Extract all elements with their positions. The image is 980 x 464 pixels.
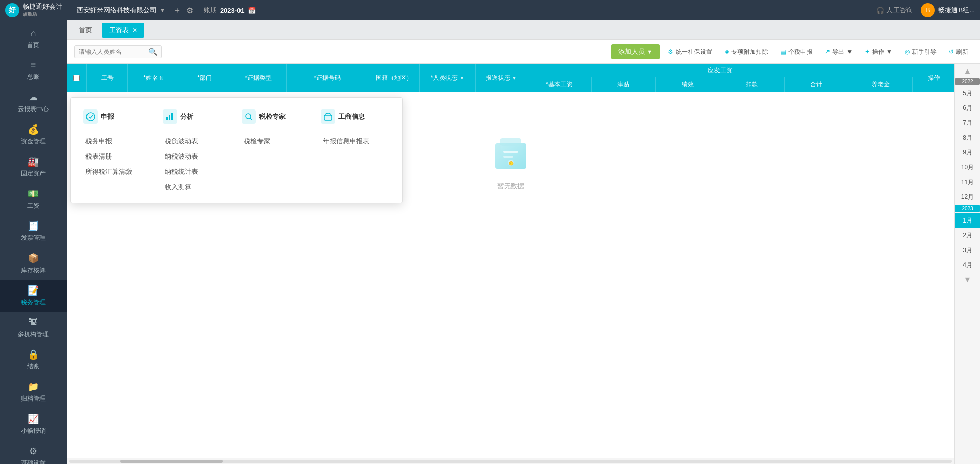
date-month-1[interactable]: 1月 (955, 213, 980, 228)
header-icons: ＋ ⚙ (173, 5, 193, 16)
report-icon: 📈 (28, 413, 39, 425)
sidebar-item-archive[interactable]: 📁 归档管理 (0, 376, 67, 408)
date-nav-down[interactable]: ▼ (955, 273, 980, 287)
toolbar-action-tax-declaration[interactable]: ▤ 个税申报 (776, 46, 817, 58)
select-all-checkbox[interactable] (73, 75, 80, 81)
date-month-6[interactable]: 6月 (955, 101, 980, 116)
dropdown-header-declaration: 申报 (83, 105, 153, 129)
search-input[interactable] (79, 48, 145, 55)
period-value: 2023-01 (220, 7, 245, 14)
menu-item-annual-report[interactable]: 年报信息申报表 (321, 134, 390, 149)
th-salary-group: 应发工资 *基本工资 津贴 绩效 扣款 合计 养老金 (527, 64, 913, 92)
toolbar-action-operations[interactable]: ✦ 操作 ▼ (861, 46, 897, 58)
sidebar-item-multi-org[interactable]: 🏗 多机构管理 (0, 312, 67, 344)
service-button[interactable]: 🎧 人工咨询 (876, 6, 913, 15)
svg-rect-1 (500, 138, 521, 146)
sidebar-item-assets[interactable]: 🏭 固定资产 (0, 151, 67, 183)
company-selector[interactable]: 西安虾米网络科技有限公司 ▼ (77, 6, 165, 15)
refresh-icon: ↺ (949, 48, 954, 55)
tab-bar: 首页 工资表 ✕ (67, 20, 980, 40)
tax-dropdown-menu: 申报 税务申报 税表清册 所得税汇算清缴 分析 税负波动表 纳税波动表 纳税统计 (70, 97, 403, 203)
status-filter[interactable]: *人员状态 ▼ (431, 74, 465, 82)
dropdown-header-analysis: 分析 (163, 105, 232, 129)
menu-item-tax-stats[interactable]: 纳税统计表 (163, 164, 232, 180)
special-deduction-label: 专项附加扣除 (731, 48, 768, 56)
sidebar-item-cloud[interactable]: ☁ 云报表中心 (0, 86, 67, 119)
sidebar-label-assets: 固定资产 (21, 169, 46, 178)
toolbar-action-special-deduction[interactable]: ◈ 专项附加扣除 (721, 46, 772, 58)
sidebar-item-funds[interactable]: 💰 资金管理 (0, 119, 67, 151)
export-icon: ↗ (825, 48, 830, 55)
table-scrollbar[interactable] (67, 458, 954, 464)
dropdown-col-analysis: 分析 税负波动表 纳税波动表 纳税统计表 收入测算 (158, 105, 237, 195)
report-filter[interactable]: 报送状态 ▼ (486, 74, 517, 82)
sidebar-item-report[interactable]: 📈 小畅报销 (0, 408, 67, 440)
home-icon: ⌂ (31, 28, 36, 39)
toolbar-action-export[interactable]: ↗ 导出 ▼ (821, 46, 857, 58)
date-month-11[interactable]: 11月 (955, 175, 980, 190)
tax-expert-icon (242, 109, 256, 124)
menu-item-tax-declaration[interactable]: 税务申报 (83, 134, 153, 149)
service-label: 人工咨询 (886, 6, 913, 15)
sidebar-label-closing: 结账 (27, 362, 39, 371)
date-year-prev: 2022 (955, 78, 980, 85)
th-country: 国籍（地区） (368, 64, 420, 92)
empty-icon: 😐 (490, 133, 531, 174)
menu-item-tax-burden[interactable]: 税负波动表 (163, 134, 232, 149)
sidebar-item-ledger[interactable]: ≡ 总账 (0, 55, 67, 86)
add-person-button[interactable]: 添加人员 ▼ (611, 44, 660, 59)
sidebar-item-inventory[interactable]: 📦 库存核算 (0, 248, 67, 280)
date-month-7[interactable]: 7月 (955, 116, 980, 130)
search-box: 🔍 (74, 45, 162, 58)
date-month-4[interactable]: 4月 (955, 258, 980, 273)
th-checkbox[interactable] (67, 64, 87, 92)
sidebar-item-salary[interactable]: 💵 工资 (0, 183, 67, 215)
sidebar-item-home[interactable]: ⌂ 首页 (0, 23, 67, 55)
sidebar-item-invoice[interactable]: 🧾 发票管理 (0, 215, 67, 248)
menu-item-income-tax-settlement[interactable]: 所得税汇算清缴 (83, 164, 153, 180)
scrollbar-thumb[interactable] (120, 460, 223, 463)
menu-item-income-estimate[interactable]: 收入测算 (163, 180, 232, 195)
sort-icon-name[interactable]: ⇅ (159, 75, 163, 81)
dropdown-grid: 申报 税务申报 税表清册 所得税汇算清缴 分析 税负波动表 纳税波动表 纳税统计 (78, 105, 395, 195)
date-month-12[interactable]: 12月 (955, 190, 980, 205)
tab-close-icon[interactable]: ✕ (132, 27, 137, 34)
logo-title: 畅捷通好会计 (23, 3, 62, 11)
menu-item-tax-table[interactable]: 税表清册 (83, 149, 153, 164)
add-icon[interactable]: ＋ (173, 5, 181, 16)
settings-icon[interactable]: ⚙ (186, 6, 193, 15)
svg-rect-9 (171, 113, 173, 120)
salary-group-label: 应发工资 (527, 64, 913, 77)
export-label: 导出 (832, 48, 844, 56)
user-info[interactable]: B 畅捷通B组... (921, 3, 975, 17)
header-right: 🎧 人工咨询 B 畅捷通B组... (876, 3, 975, 17)
toolbar-action-refresh[interactable]: ↺ 刷新 (945, 46, 972, 58)
sidebar-item-closing[interactable]: 🔒 结账 (0, 344, 67, 376)
special-deduction-icon: ◈ (725, 48, 729, 55)
tab-salary[interactable]: 工资表 ✕ (102, 23, 144, 38)
date-nav-up[interactable]: ▲ (955, 64, 980, 78)
date-month-10[interactable]: 10月 (955, 160, 980, 175)
user-avatar: B (921, 3, 935, 17)
sidebar-item-tax[interactable]: 📝 税务管理 (0, 280, 67, 312)
toolbar-action-guide[interactable]: ◎ 新手引导 (901, 46, 941, 58)
tab-home-label: 首页 (79, 26, 92, 34)
th-id: 工号 (87, 64, 128, 92)
calendar-icon[interactable]: 📅 (248, 7, 256, 14)
date-month-9[interactable]: 9月 (955, 145, 980, 160)
th-status: *人员状态 ▼ (420, 64, 476, 92)
analysis-icon (163, 109, 177, 124)
menu-item-tax-expert[interactable]: 税检专家 (242, 134, 311, 149)
date-month-2[interactable]: 2月 (955, 228, 980, 243)
toolbar-action-social-security[interactable]: ⚙ 统一社保设置 (664, 46, 716, 58)
period-area: 账期 2023-01 📅 (204, 6, 256, 15)
date-month-5[interactable]: 5月 (955, 86, 980, 101)
tax-declaration-label: 个税申报 (788, 48, 813, 56)
date-month-3[interactable]: 3月 (955, 243, 980, 258)
date-month-8[interactable]: 8月 (955, 130, 980, 145)
tab-home[interactable]: 首页 (72, 23, 99, 38)
sidebar-item-basic[interactable]: ⚙ 基础设置 (0, 440, 67, 464)
tab-salary-label: 工资表 (109, 26, 129, 35)
menu-item-tax-fluctuation[interactable]: 纳税波动表 (163, 149, 232, 164)
add-person-label: 添加人员 (618, 47, 645, 56)
